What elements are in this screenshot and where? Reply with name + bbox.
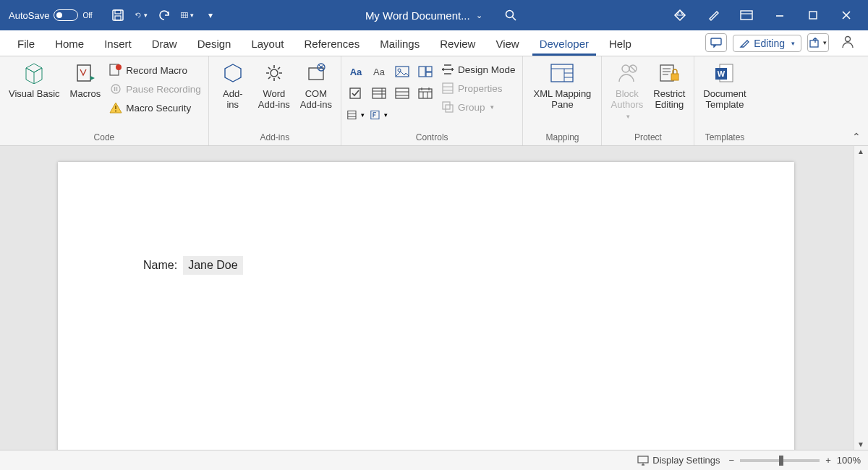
document-area: Name: Jane Doe ▲ ▼	[0, 146, 868, 450]
rich-text-control-icon[interactable]: Aa	[347, 64, 365, 80]
svg-marker-31	[225, 64, 241, 82]
tab-mailings[interactable]: Mailings	[373, 33, 427, 56]
share-button[interactable]: ▾	[807, 33, 829, 52]
group-protect: Block Authors ▾ Restrict Editing Protect	[602, 56, 694, 145]
collapse-ribbon-icon[interactable]: ⌃	[852, 131, 861, 142]
macro-security-button[interactable]: Macro Security	[108, 101, 203, 115]
building-block-control-icon[interactable]	[417, 64, 434, 80]
svg-marker-58	[442, 68, 443, 71]
tab-design[interactable]: Design	[190, 33, 239, 56]
save-icon[interactable]	[111, 9, 124, 22]
svg-rect-15	[809, 12, 817, 19]
autosave-state: Off	[82, 12, 92, 20]
table-icon[interactable]: ▾	[181, 9, 194, 22]
scroll-up-icon[interactable]: ▲	[857, 148, 864, 155]
svg-rect-18	[711, 38, 721, 45]
svg-point-20	[846, 37, 851, 42]
maximize-button[interactable]	[799, 0, 827, 30]
date-picker-control-icon[interactable]	[417, 85, 434, 101]
display-settings-button[interactable]: Display Settings	[637, 455, 720, 466]
qat-customize-icon[interactable]: ▾	[204, 9, 217, 22]
svg-rect-60	[443, 83, 453, 93]
svg-rect-38	[426, 67, 432, 72]
svg-rect-48	[419, 89, 432, 98]
document-page[interactable]: Name: Jane Doe	[58, 162, 794, 450]
dropdown-control-icon[interactable]	[393, 85, 411, 101]
close-button[interactable]	[832, 0, 861, 30]
plain-text-control-icon[interactable]: Aa	[370, 64, 388, 80]
visual-basic-button[interactable]: Visual Basic	[6, 59, 63, 101]
ribbon: Visual Basic Macros Record Macro Pause R…	[0, 56, 868, 146]
legacy-tools-icon[interactable]: ▾	[370, 107, 388, 123]
group-label: Code	[94, 132, 115, 144]
tab-layout[interactable]: Layout	[244, 33, 291, 56]
search-icon[interactable]	[504, 9, 517, 22]
zoom-level[interactable]: 100%	[837, 455, 861, 466]
gear-icon	[262, 61, 286, 85]
tab-draw[interactable]: Draw	[145, 33, 184, 56]
svg-rect-39	[426, 72, 432, 77]
vertical-scrollbar[interactable]: ▲ ▼	[854, 146, 868, 450]
brush-icon[interactable]	[699, 0, 728, 30]
group-code: Visual Basic Macros Record Macro Pause R…	[0, 56, 209, 145]
autosave-label: AutoSave	[9, 10, 49, 21]
svg-point-30	[115, 111, 116, 112]
ribbon-display-icon[interactable]	[732, 0, 761, 30]
group-label: Mapping	[545, 132, 579, 144]
name-content-control[interactable]: Jane Doe	[183, 256, 243, 275]
account-button[interactable]	[838, 32, 858, 52]
record-macro-button[interactable]: Record Macro	[108, 63, 203, 77]
design-mode-icon	[441, 63, 454, 76]
redo-icon[interactable]	[158, 9, 171, 22]
tab-view[interactable]: View	[488, 33, 526, 56]
tab-home[interactable]: Home	[48, 33, 91, 56]
scroll-down-icon[interactable]: ▼	[857, 440, 864, 448]
repeating-section-icon[interactable]: ▾	[347, 107, 365, 123]
group-icon	[441, 101, 454, 114]
svg-point-32	[271, 69, 278, 77]
design-mode-button[interactable]: Design Mode	[440, 62, 517, 77]
combobox-control-icon[interactable]	[370, 85, 388, 101]
minimize-button[interactable]	[765, 0, 794, 30]
addins-button[interactable]: Add- ins	[215, 59, 251, 111]
picture-control-icon[interactable]	[393, 64, 411, 80]
zoom-slider[interactable]	[740, 459, 820, 462]
group-templates: W Document Template Templates	[694, 56, 754, 145]
tab-references[interactable]: References	[297, 33, 367, 56]
undo-icon[interactable]: ▾	[135, 9, 148, 22]
tab-insert[interactable]: Insert	[97, 33, 139, 56]
document-title[interactable]: My Word Document... ⌄	[365, 9, 482, 22]
svg-line-8	[512, 17, 516, 21]
svg-marker-22	[90, 76, 95, 80]
xml-mapping-button[interactable]: XML Mapping Pane	[529, 59, 595, 111]
checkbox-control-icon[interactable]	[347, 85, 365, 101]
svg-rect-81	[638, 456, 648, 463]
svg-text:W: W	[718, 69, 726, 78]
restrict-editing-button[interactable]: Restrict Editing	[650, 59, 688, 111]
diamond-icon[interactable]	[665, 0, 694, 30]
group-label: Templates	[705, 132, 745, 144]
title-bar: AutoSave Off ▾ ▾ ▾ My Word Document... ⌄	[0, 0, 868, 30]
comments-button[interactable]	[705, 33, 727, 52]
warning-icon	[109, 101, 122, 114]
word-addins-button[interactable]: Word Add-ins	[255, 59, 293, 111]
zoom-out-button[interactable]: −	[729, 455, 735, 466]
svg-point-7	[506, 11, 513, 18]
macros-button[interactable]: Macros	[67, 59, 104, 101]
tab-file[interactable]: File	[10, 33, 42, 56]
document-template-button[interactable]: W Document Template	[700, 59, 749, 111]
svg-rect-77	[671, 74, 678, 80]
tab-help[interactable]: Help	[602, 33, 639, 56]
zoom-in-button[interactable]: +	[825, 455, 831, 466]
svg-rect-33	[309, 68, 323, 80]
group-mapping: XML Mapping Pane Mapping	[523, 56, 602, 145]
toggle-off-icon	[54, 9, 78, 21]
editing-mode-button[interactable]: Editing ▾	[733, 35, 801, 52]
com-addins-button[interactable]: COM Add-ins	[297, 59, 335, 111]
pause-icon	[109, 82, 122, 95]
status-bar: Display Settings − + 100%	[0, 450, 868, 470]
word-template-icon: W	[712, 61, 737, 85]
autosave-toggle[interactable]: AutoSave Off	[9, 9, 93, 21]
tab-developer[interactable]: Developer	[532, 33, 596, 56]
tab-review[interactable]: Review	[433, 33, 482, 56]
